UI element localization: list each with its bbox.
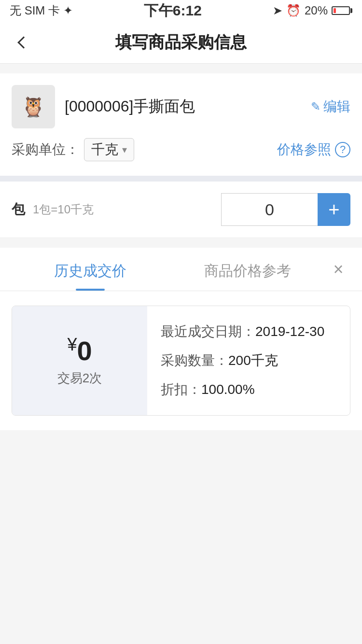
tab-content: ¥0 交易2次 最近成交日期：2019-12-30 采购数量：200千克 折扣：… bbox=[0, 291, 362, 430]
signal-text: 无 SIM 卡 ✦ bbox=[10, 3, 73, 18]
quantity-control: + bbox=[221, 193, 350, 226]
quantity-label: 包 1包=10千克 bbox=[12, 200, 94, 219]
quantity-unit-badge: 包 bbox=[12, 200, 25, 219]
product-image: 🦉 bbox=[12, 85, 55, 128]
close-button[interactable]: × bbox=[326, 257, 350, 281]
discount-value: 100.00% bbox=[201, 382, 255, 397]
transaction-count: 交易2次 bbox=[57, 370, 102, 387]
edit-label: 编辑 bbox=[323, 98, 350, 116]
price-ref-label: 价格参照 bbox=[277, 140, 331, 159]
unit-label: 采购单位： 千克 ▾ bbox=[12, 138, 134, 161]
product-name: [0000006]手撕面包 bbox=[65, 96, 195, 117]
help-icon: ? bbox=[335, 142, 350, 157]
page-title: 填写商品采购信息 bbox=[115, 31, 247, 54]
product-left: 🦉 [0000006]手撕面包 bbox=[12, 85, 195, 128]
discount-label: 折扣： bbox=[161, 382, 201, 397]
tabs-header: 历史成交价 商品价格参考 × bbox=[0, 248, 362, 291]
transaction-date-row: 最近成交日期：2019-12-30 bbox=[161, 322, 336, 342]
qty-value: 200千克 bbox=[228, 353, 278, 368]
battery-icon bbox=[332, 6, 352, 15]
edit-button[interactable]: ✎ 编辑 bbox=[311, 98, 350, 116]
tabs-container: 历史成交价 商品价格参考 × ¥0 交易2次 最近成交日期：2019-12-3 bbox=[0, 248, 362, 430]
transaction-card: ¥0 交易2次 最近成交日期：2019-12-30 采购数量：200千克 折扣：… bbox=[12, 306, 350, 416]
transaction-qty-row: 采购数量：200千克 bbox=[161, 350, 336, 371]
back-button[interactable] bbox=[12, 30, 36, 55]
status-left: 无 SIM 卡 ✦ bbox=[10, 3, 73, 18]
unit-value: 千克 bbox=[91, 140, 118, 159]
tab-history-price[interactable]: 历史成交价 bbox=[12, 248, 169, 291]
unit-label-text: 采购单位： bbox=[12, 140, 79, 159]
battery-text: 20% bbox=[305, 4, 328, 17]
unit-selector[interactable]: 千克 ▾ bbox=[84, 138, 134, 161]
quantity-plus-button[interactable]: + bbox=[318, 193, 350, 226]
quantity-unit-note: 1包=10千克 bbox=[33, 202, 94, 217]
product-unit-row: 采购单位： 千克 ▾ 价格参照 ? bbox=[12, 138, 350, 161]
status-bar: 无 SIM 卡 ✦ 下午6:12 ➤ ⏰ 20% bbox=[0, 0, 362, 21]
date-label: 最近成交日期： bbox=[161, 324, 255, 339]
product-card: 🦉 [0000006]手撕面包 ✎ 编辑 采购单位： 千克 ▾ 价格参照 bbox=[0, 73, 362, 176]
quantity-input[interactable] bbox=[221, 193, 318, 226]
back-arrow-icon bbox=[17, 36, 29, 48]
transaction-discount-row: 折扣：100.00% bbox=[161, 379, 336, 400]
currency-symbol: ¥ bbox=[67, 335, 77, 354]
section-divider bbox=[0, 176, 362, 182]
unit-dropdown-icon: ▾ bbox=[122, 144, 127, 155]
quantity-row: 包 1包=10千克 + bbox=[0, 182, 362, 238]
transaction-details-panel: 最近成交日期：2019-12-30 采购数量：200千克 折扣：100.00% bbox=[147, 306, 350, 415]
status-time: 下午6:12 bbox=[144, 1, 202, 21]
qty-label: 采购数量： bbox=[161, 353, 228, 368]
status-right: ➤ ⏰ 20% bbox=[273, 4, 352, 17]
transaction-price-value: ¥0 bbox=[67, 335, 92, 366]
product-header: 🦉 [0000006]手撕面包 ✎ 编辑 bbox=[12, 85, 350, 128]
location-icon: ➤ bbox=[273, 4, 282, 17]
price-reference-button[interactable]: 价格参照 ? bbox=[277, 140, 350, 159]
tab-price-reference[interactable]: 商品价格参考 bbox=[169, 248, 326, 291]
product-thumbnail-icon: 🦉 bbox=[21, 96, 45, 118]
date-value: 2019-12-30 bbox=[255, 324, 324, 339]
transaction-price-panel: ¥0 交易2次 bbox=[12, 306, 147, 415]
help-icon-text: ? bbox=[340, 143, 346, 156]
main-content: 🦉 [0000006]手撕面包 ✎ 编辑 采购单位： 千克 ▾ 价格参照 bbox=[0, 73, 362, 460]
nav-bar: 填写商品采购信息 bbox=[0, 21, 362, 64]
alarm-icon: ⏰ bbox=[286, 4, 301, 17]
edit-icon: ✎ bbox=[311, 100, 320, 113]
tab-active-underline bbox=[76, 289, 105, 291]
